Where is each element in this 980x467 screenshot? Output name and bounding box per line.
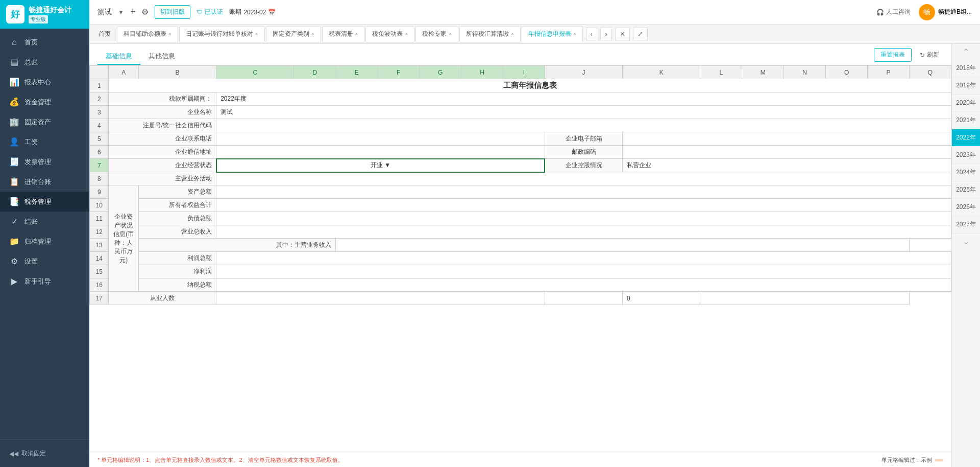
company-name-value[interactable]: 测试: [216, 106, 951, 119]
main-revenue-label: 其中：主营业务收入: [138, 239, 335, 252]
close-icon[interactable]: ×: [405, 31, 408, 37]
switch-version-btn[interactable]: 切到旧版: [155, 5, 190, 19]
biz-status-dropdown[interactable]: 开业 ▼: [216, 159, 545, 172]
year-scroll-up-btn[interactable]: ⌃: [952, 44, 980, 60]
employees-value-2[interactable]: [545, 292, 622, 305]
year-2025[interactable]: 2025年: [952, 181, 980, 199]
tab-expand-btn[interactable]: ⤢: [633, 28, 648, 40]
calendar-icon[interactable]: 📅: [268, 9, 276, 16]
close-icon[interactable]: ×: [311, 31, 314, 37]
total-profit-value[interactable]: [216, 252, 951, 265]
year-2020[interactable]: 2020年: [952, 95, 980, 112]
table-row: 4 注册号/统一社会信用代码: [90, 119, 951, 132]
total-revenue-label: 营业总收入: [138, 225, 216, 239]
spreadsheet-wrap[interactable]: A B C D E F G H I J K L M: [89, 65, 951, 453]
equity-value[interactable]: [216, 199, 951, 212]
sidebar-item-label: 进销台账: [24, 177, 51, 186]
topbar-add-btn[interactable]: +: [130, 7, 136, 17]
employees-value-3[interactable]: 0: [623, 292, 700, 305]
close-icon[interactable]: ×: [255, 31, 258, 37]
email-label: 企业电子邮箱: [545, 132, 622, 146]
service-btn[interactable]: 🎧 人工咨询: [876, 8, 911, 16]
year-2018[interactable]: 2018年: [952, 60, 980, 77]
tab-bank-reconcile[interactable]: 日记账与银行对账单核对 ×: [179, 26, 265, 42]
sidebar-item-tax[interactable]: 📑 税务管理: [0, 192, 89, 212]
sidebar-item-guide[interactable]: ▶ 新手引导: [0, 271, 89, 291]
table-row: 2 税款所属期间： 2022年度: [90, 92, 951, 106]
tab-income-tax[interactable]: 所得税汇算清缴 ×: [459, 26, 521, 42]
table-title-cell[interactable]: 工商年报信息表: [109, 79, 951, 92]
sidebar-item-funds[interactable]: 💰 资金管理: [0, 92, 89, 112]
employees-value-4[interactable]: [700, 292, 910, 305]
year-2026[interactable]: 2026年: [952, 199, 980, 216]
sidebar-nav: ⌂ 首页 ▤ 总账 📊 报表中心 💰 资金管理 🏢 固定资产 👤 工资 🧾 发票…: [0, 29, 89, 439]
sidebar-item-settings[interactable]: ⚙ 设置: [0, 251, 89, 271]
year-scroll-down-btn[interactable]: ⌄: [952, 233, 980, 249]
close-icon[interactable]: ×: [573, 31, 576, 37]
table-row: 13 其中：主营业务收入: [90, 239, 951, 252]
tab-tax-schedule[interactable]: 税表清册 ×: [322, 26, 365, 42]
year-2024[interactable]: 2024年: [952, 164, 980, 181]
year-2021[interactable]: 2021年: [952, 112, 980, 129]
main-revenue-value[interactable]: [336, 239, 910, 252]
tab-fixed-assets-category[interactable]: 固定资产类别 ×: [266, 26, 321, 42]
sidebar-item-assets[interactable]: 🏢 固定资产: [0, 112, 89, 132]
total-tax-value[interactable]: [216, 278, 951, 292]
close-icon[interactable]: ×: [168, 31, 172, 37]
close-period-icon: ✓: [9, 217, 19, 226]
main-biz-value[interactable]: [216, 172, 951, 185]
sidebar-item-home[interactable]: ⌂ 首页: [0, 33, 89, 52]
user-menu-btn[interactable]: 畅 畅捷通B组...: [919, 4, 972, 20]
total-assets-label: 资产总额: [138, 185, 216, 199]
reset-report-btn[interactable]: 重置报表: [874, 48, 912, 62]
liabilities-value[interactable]: [216, 212, 951, 225]
sub-tab-basic[interactable]: 基础信息: [97, 49, 140, 65]
year-2022[interactable]: 2022年: [952, 129, 980, 147]
tab-annual-report[interactable]: 年报信息申报表 ×: [522, 26, 583, 42]
employees-value-1[interactable]: [216, 292, 545, 305]
close-icon[interactable]: ×: [511, 31, 514, 37]
sidebar-item-invoice[interactable]: 🧾 发票管理: [0, 152, 89, 172]
phone-value[interactable]: [216, 132, 545, 146]
total-assets-value[interactable]: [216, 185, 951, 199]
unfix-button[interactable]: ◀◀ 取消固定: [0, 445, 89, 462]
sidebar-item-close[interactable]: ✓ 结账: [0, 212, 89, 231]
address-value[interactable]: [216, 146, 545, 159]
close-icon[interactable]: ×: [355, 31, 358, 37]
total-revenue-value[interactable]: [216, 225, 951, 239]
sub-tab-other[interactable]: 其他信息: [140, 49, 183, 65]
sidebar-item-ledger[interactable]: ▤ 总账: [0, 52, 89, 72]
sidebar-item-label: 归档管理: [24, 237, 51, 246]
shareholding-value[interactable]: 私营企业: [623, 159, 951, 172]
topbar-settings-btn[interactable]: ⚙: [141, 7, 149, 17]
net-profit-value[interactable]: [216, 265, 951, 278]
tab-tax-inspection[interactable]: 税检专家 ×: [415, 26, 458, 42]
tab-close-btn[interactable]: ✕: [615, 28, 630, 40]
year-2027[interactable]: 2027年: [952, 216, 980, 233]
tab-tax-fluctuation[interactable]: 税负波动表 ×: [365, 26, 414, 42]
reg-number-value[interactable]: [216, 119, 951, 132]
sidebar-item-payroll[interactable]: 👤 工资: [0, 132, 89, 152]
sidebar-item-archive[interactable]: 📁 归档管理: [0, 231, 89, 251]
tab-prev-btn[interactable]: ‹: [586, 28, 597, 40]
topbar-dropdown-btn[interactable]: ▼: [118, 9, 124, 16]
topbar: 测试 ▼ + ⚙ 切到旧版 🛡 已认证 账期 2023-02 📅 🎧 人工咨询 …: [89, 0, 980, 25]
sidebar: 好 畅捷通好会计 专业版 ⌂ 首页 ▤ 总账 📊 报表中心 💰 资金管理 🏢 固…: [0, 0, 89, 467]
close-icon[interactable]: ×: [449, 31, 452, 37]
col-header-D: D: [294, 66, 336, 79]
tab-next-btn[interactable]: ›: [600, 28, 611, 40]
col-header-P: P: [868, 66, 910, 79]
tab-home[interactable]: 首页: [93, 27, 116, 41]
tab-subject-balance[interactable]: 科目辅助余额表 ×: [117, 26, 178, 42]
example-area: 单元格编辑过：示例: [881, 456, 943, 464]
email-value[interactable]: [623, 132, 951, 146]
tax-period-value[interactable]: 2022年度: [216, 92, 951, 106]
year-2019[interactable]: 2019年: [952, 77, 980, 95]
refresh-btn[interactable]: ↻ 刷新: [916, 49, 943, 61]
table-row: 14 利润总额: [90, 252, 951, 265]
topbar-right: 🎧 人工咨询 畅 畅捷通B组...: [876, 4, 972, 20]
sidebar-item-reports[interactable]: 📊 报表中心: [0, 72, 89, 92]
year-2023[interactable]: 2023年: [952, 147, 980, 164]
postcode-value[interactable]: [623, 146, 951, 159]
sidebar-item-purchases[interactable]: 📋 进销台账: [0, 172, 89, 192]
